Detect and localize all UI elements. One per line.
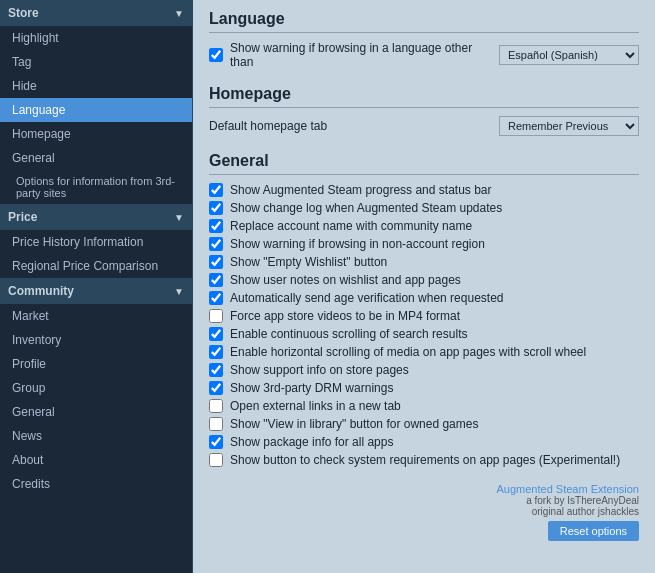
language-select[interactable]: Español (Spanish)EnglishDeutschFrançaisI…: [499, 45, 639, 65]
label-warn-non-account: Show warning if browsing in non-account …: [230, 237, 485, 251]
checkbox-change-log[interactable]: [209, 201, 223, 215]
sidebar-item-credits[interactable]: Credits: [0, 472, 192, 496]
label-external-links: Open external links in a new tab: [230, 399, 401, 413]
label-continuous-scroll: Enable continuous scrolling of search re…: [230, 327, 467, 341]
store-section-header[interactable]: Store ▼: [0, 0, 192, 26]
checkbox-drm-warnings[interactable]: [209, 381, 223, 395]
general-row-horizontal-scroll: Enable horizontal scrolling of media on …: [209, 345, 639, 359]
store-items: HighlightTagHideLanguageHomepageGeneralO…: [0, 26, 192, 204]
sidebar-item-news[interactable]: News: [0, 424, 192, 448]
general-row-continuous-scroll: Enable continuous scrolling of search re…: [209, 327, 639, 341]
extension-link[interactable]: Augmented Steam Extension: [497, 483, 639, 495]
sidebar-item-market[interactable]: Market: [0, 304, 192, 328]
sidebar-item-language[interactable]: Language: [0, 98, 192, 122]
general-row-auto-age-verify: Automatically send age verification when…: [209, 291, 639, 305]
sidebar-item-homepage[interactable]: Homepage: [0, 122, 192, 146]
community-items: MarketInventoryProfileGroupGeneral: [0, 304, 192, 424]
price-section-header[interactable]: Price ▼: [0, 204, 192, 230]
sidebar-item-group[interactable]: Group: [0, 376, 192, 400]
checkbox-empty-wishlist[interactable]: [209, 255, 223, 269]
language-section: Language Show warning if browsing in a l…: [209, 10, 639, 69]
reset-options-button[interactable]: Reset options: [548, 521, 639, 541]
general-title: General: [209, 152, 639, 175]
language-title: Language: [209, 10, 639, 33]
sidebar-item-general-store[interactable]: General: [0, 146, 192, 170]
label-auto-age-verify: Automatically send age verification when…: [230, 291, 504, 305]
label-check-sys-req: Show button to check system requirements…: [230, 453, 620, 467]
label-empty-wishlist: Show "Empty Wishlist" button: [230, 255, 387, 269]
sidebar-item-general-community[interactable]: General: [0, 400, 192, 424]
checkbox-external-links[interactable]: [209, 399, 223, 413]
label-support-info: Show support info on store pages: [230, 363, 409, 377]
general-row-empty-wishlist: Show "Empty Wishlist" button: [209, 255, 639, 269]
label-force-mp4: Force app store videos to be in MP4 form…: [230, 309, 460, 323]
checkbox-package-info[interactable]: [209, 435, 223, 449]
general-row-check-sys-req: Show button to check system requirements…: [209, 453, 639, 467]
general-row-support-info: Show support info on store pages: [209, 363, 639, 377]
sidebar-item-tag[interactable]: Tag: [0, 50, 192, 74]
sidebar: Store ▼ HighlightTagHideLanguageHomepage…: [0, 0, 193, 573]
label-change-log: Show change log when Augmented Steam upd…: [230, 201, 502, 215]
general-options: Show Augmented Steam progress and status…: [209, 183, 639, 467]
checkbox-horizontal-scroll[interactable]: [209, 345, 223, 359]
general-row-drm-warnings: Show 3rd-party DRM warnings: [209, 381, 639, 395]
label-aug-steam-progress: Show Augmented Steam progress and status…: [230, 183, 492, 197]
general-row-replace-account: Replace account name with community name: [209, 219, 639, 233]
footer-fork: a fork by IsThereAnyDeal: [209, 495, 639, 506]
language-warning-row: Show warning if browsing in a language o…: [209, 41, 639, 69]
checkbox-view-in-library[interactable]: [209, 417, 223, 431]
label-user-notes: Show user notes on wishlist and app page…: [230, 273, 461, 287]
main-content: Language Show warning if browsing in a l…: [193, 0, 655, 573]
general-row-package-info: Show package info for all apps: [209, 435, 639, 449]
price-items: Price History InformationRegional Price …: [0, 230, 192, 278]
sidebar-item-inventory[interactable]: Inventory: [0, 328, 192, 352]
general-section: General Show Augmented Steam progress an…: [209, 152, 639, 467]
homepage-tab-label: Default homepage tab: [209, 119, 327, 133]
sidebar-item-price-history[interactable]: Price History Information: [0, 230, 192, 254]
footer-author: original author jshackles: [209, 506, 639, 517]
general-row-aug-steam-progress: Show Augmented Steam progress and status…: [209, 183, 639, 197]
checkbox-continuous-scroll[interactable]: [209, 327, 223, 341]
checkbox-replace-account[interactable]: [209, 219, 223, 233]
checkbox-user-notes[interactable]: [209, 273, 223, 287]
general-row-force-mp4: Force app store videos to be in MP4 form…: [209, 309, 639, 323]
general-row-external-links: Open external links in a new tab: [209, 399, 639, 413]
general-row-user-notes: Show user notes on wishlist and app page…: [209, 273, 639, 287]
homepage-section: Homepage Default homepage tab Remember P…: [209, 85, 639, 136]
sidebar-item-profile[interactable]: Profile: [0, 352, 192, 376]
community-label: Community: [8, 284, 74, 298]
store-label: Store: [8, 6, 39, 20]
language-warning-text: Show warning if browsing in a language o…: [230, 41, 491, 69]
footer-info: Augmented Steam Extension: [209, 483, 639, 495]
sidebar-item-hide[interactable]: Hide: [0, 74, 192, 98]
homepage-title: Homepage: [209, 85, 639, 108]
price-arrow-icon: ▼: [174, 212, 184, 223]
checkbox-check-sys-req[interactable]: [209, 453, 223, 467]
community-section-header[interactable]: Community ▼: [0, 278, 192, 304]
checkbox-force-mp4[interactable]: [209, 309, 223, 323]
label-view-in-library: Show "View in library" button for owned …: [230, 417, 478, 431]
sidebar-item-regional-price[interactable]: Regional Price Comparison: [0, 254, 192, 278]
general-row-view-in-library: Show "View in library" button for owned …: [209, 417, 639, 431]
language-warning-checkbox[interactable]: [209, 48, 223, 62]
homepage-tab-row: Default homepage tab Remember PreviousFe…: [209, 116, 639, 136]
community-arrow-icon: ▼: [174, 286, 184, 297]
checkbox-warn-non-account[interactable]: [209, 237, 223, 251]
homepage-select[interactable]: Remember PreviousFeaturedNew ReleasesTop…: [499, 116, 639, 136]
label-horizontal-scroll: Enable horizontal scrolling of media on …: [230, 345, 586, 359]
label-drm-warnings: Show 3rd-party DRM warnings: [230, 381, 393, 395]
sidebar-item-options-3rdparty[interactable]: Options for information from 3rd-party s…: [0, 170, 192, 204]
sidebar-item-about[interactable]: About: [0, 448, 192, 472]
checkbox-auto-age-verify[interactable]: [209, 291, 223, 305]
general-row-warn-non-account: Show warning if browsing in non-account …: [209, 237, 639, 251]
checkbox-aug-steam-progress[interactable]: [209, 183, 223, 197]
checkbox-support-info[interactable]: [209, 363, 223, 377]
general-row-change-log: Show change log when Augmented Steam upd…: [209, 201, 639, 215]
price-label: Price: [8, 210, 37, 224]
label-package-info: Show package info for all apps: [230, 435, 393, 449]
sidebar-item-highlight[interactable]: Highlight: [0, 26, 192, 50]
label-replace-account: Replace account name with community name: [230, 219, 472, 233]
store-arrow-icon: ▼: [174, 8, 184, 19]
